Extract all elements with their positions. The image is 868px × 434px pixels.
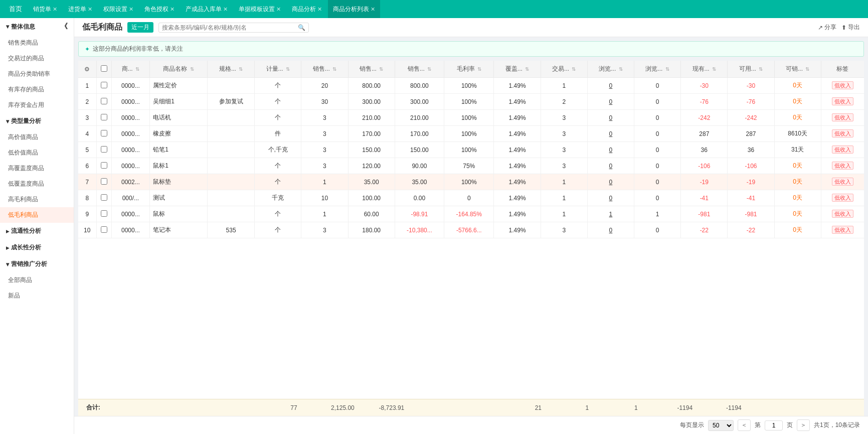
- nav-role-auth[interactable]: 角色授权 ✕: [139, 0, 180, 18]
- nav-close-icon[interactable]: ✕: [53, 6, 57, 13]
- next-page-button[interactable]: ＞: [797, 419, 810, 431]
- col-coverage[interactable]: 覆盖... ⇅: [494, 61, 541, 78]
- col-available-stock[interactable]: 可用... ⇅: [728, 61, 774, 78]
- cell-checkbox[interactable]: [96, 158, 111, 174]
- col-sellable-days[interactable]: 可销... ⇅: [774, 61, 821, 78]
- col-spec[interactable]: 规格... ⇅: [208, 61, 255, 78]
- row-checkbox[interactable]: [101, 178, 107, 185]
- table-wrapper[interactable]: ⚙ 商... ⇅ 商品名称 ⇅: [78, 61, 864, 399]
- row-checkbox[interactable]: [101, 130, 107, 136]
- sidebar-group-type-analysis[interactable]: ▾ 类型量分析: [0, 113, 74, 129]
- cell-checkbox[interactable]: [96, 142, 111, 158]
- sidebar-item-category-sales-rate[interactable]: 商品分类助销率: [0, 66, 74, 82]
- col-sales-amount[interactable]: 销售... ⇅: [395, 61, 444, 78]
- row-checkbox[interactable]: [101, 146, 107, 153]
- nav-home[interactable]: 首页: [4, 0, 27, 18]
- col-code[interactable]: 商... ⇅: [111, 61, 150, 78]
- cell-browse1[interactable]: 0: [587, 110, 634, 126]
- sidebar-group-liquidity[interactable]: ▸ 流通性分析: [0, 223, 74, 239]
- nav-template-settings[interactable]: 单据模板设置 ✕: [234, 0, 286, 18]
- nav-close-icon[interactable]: ✕: [317, 6, 322, 13]
- row-checkbox[interactable]: [101, 194, 107, 201]
- nav-permission-settings[interactable]: 权限设置 ✕: [98, 0, 138, 18]
- col-browse2[interactable]: 浏览... ⇅: [634, 61, 681, 78]
- search-input[interactable]: [162, 24, 298, 31]
- cell-browse1[interactable]: 1: [587, 206, 634, 222]
- row-checkbox[interactable]: [101, 210, 107, 217]
- select-all-checkbox[interactable]: [101, 65, 107, 72]
- nav-product-analysis[interactable]: 商品分析 ✕: [287, 0, 327, 18]
- cell-checkbox[interactable]: [96, 110, 111, 126]
- sidebar-item-sales-products[interactable]: 销售类商品: [0, 35, 74, 51]
- sidebar-item-high-coverage[interactable]: 高覆盖度商品: [0, 161, 74, 176]
- nav-close-icon[interactable]: ✕: [223, 6, 228, 13]
- export-button[interactable]: ⬆ 导出: [841, 23, 860, 32]
- cell-checkbox[interactable]: [96, 222, 111, 238]
- sidebar: ▾ 整体信息 《 销售类商品 交易过的商品 商品分类助销率 有库存的商品 库存资…: [0, 18, 74, 434]
- settings-icon[interactable]: ⚙: [84, 66, 90, 73]
- sidebar-item-traded-products[interactable]: 交易过的商品: [0, 51, 74, 66]
- sidebar-item-low-margin[interactable]: 低毛利商品: [0, 207, 74, 223]
- col-gross-margin[interactable]: 毛利率 ⇅: [444, 61, 494, 78]
- row-checkbox[interactable]: [101, 114, 107, 120]
- nav-product-inbound[interactable]: 产成品入库单 ✕: [181, 0, 233, 18]
- row-checkbox[interactable]: [101, 82, 107, 88]
- cell-browse1[interactable]: 0: [587, 174, 634, 190]
- cell-browse1[interactable]: 0: [587, 190, 634, 206]
- cell-browse1[interactable]: 0: [587, 94, 634, 110]
- cell-browse1[interactable]: 0: [587, 126, 634, 142]
- share-button[interactable]: ↗ 分享: [818, 23, 836, 32]
- sidebar-item-low-value[interactable]: 低价值商品: [0, 145, 74, 161]
- sidebar-group-growth[interactable]: ▸ 成长性分析: [0, 239, 74, 256]
- sidebar-collapse-btn[interactable]: 《: [61, 22, 68, 31]
- cell-browse1[interactable]: 0: [587, 222, 634, 238]
- cell-browse1[interactable]: 0: [587, 78, 634, 94]
- sidebar-item-stock-products[interactable]: 有库存的商品: [0, 82, 74, 97]
- row-checkbox[interactable]: [101, 226, 107, 233]
- nav-product-analysis-list[interactable]: 商品分析列表 ✕: [328, 0, 380, 18]
- sidebar-item-high-value[interactable]: 高价值商品: [0, 129, 74, 145]
- cell-checkbox[interactable]: [96, 190, 111, 206]
- col-settings[interactable]: ⚙: [78, 61, 96, 78]
- cell-checkbox[interactable]: [96, 78, 111, 94]
- search-icon[interactable]: 🔍: [298, 24, 305, 31]
- cell-coverage: 1.49%: [494, 110, 541, 126]
- sidebar-item-low-coverage[interactable]: 低覆盖度商品: [0, 176, 74, 192]
- nav-close-icon[interactable]: ✕: [170, 6, 175, 13]
- page-number-input[interactable]: [765, 420, 783, 430]
- page-size-select[interactable]: 50 100 200: [708, 420, 734, 431]
- cell-checkbox[interactable]: [96, 94, 111, 110]
- prev-page-button[interactable]: ＜: [738, 419, 751, 431]
- nav-close-icon[interactable]: ✕: [276, 6, 281, 13]
- time-filter-button[interactable]: 近一月: [127, 22, 153, 33]
- col-trade-count[interactable]: 交易... ⇅: [541, 61, 587, 78]
- cell-checkbox[interactable]: [96, 126, 111, 142]
- sidebar-item-all-products[interactable]: 全部商品: [0, 272, 74, 288]
- col-name[interactable]: 商品名称 ⇅: [150, 61, 208, 78]
- cell-checkbox[interactable]: [96, 206, 111, 222]
- cell-browse1[interactable]: 0: [587, 158, 634, 174]
- sidebar-item-stock-capital[interactable]: 库存资金占用: [0, 97, 74, 113]
- nav-purchase-order[interactable]: 进货单 ✕: [63, 0, 97, 18]
- nav-close-icon[interactable]: ✕: [371, 6, 375, 13]
- sidebar-group-overall[interactable]: ▾ 整体信息 《: [0, 18, 74, 35]
- row-checkbox[interactable]: [101, 98, 107, 104]
- sidebar-item-high-margin[interactable]: 高毛利商品: [0, 192, 74, 207]
- sidebar-group-marketing[interactable]: ▾ 营销推广分析: [0, 256, 74, 272]
- sidebar-item-new-products[interactable]: 新品: [0, 288, 74, 304]
- col-sales-qty[interactable]: 销售... ⇅: [301, 61, 348, 78]
- row-checkbox[interactable]: [101, 162, 107, 169]
- nav-close-icon[interactable]: ✕: [88, 6, 92, 13]
- nav-close-icon[interactable]: ✕: [129, 6, 133, 13]
- col-tag[interactable]: 标签: [821, 61, 864, 78]
- col-sales-price[interactable]: 销售... ⇅: [348, 61, 395, 78]
- col-unit[interactable]: 计量... ⇅: [255, 61, 301, 78]
- cell-browse1[interactable]: 0: [587, 142, 634, 158]
- cell-trade-count: 3: [541, 126, 587, 142]
- sort-icon: ⇅: [286, 66, 290, 72]
- col-checkbox[interactable]: [96, 61, 111, 78]
- nav-sales-order[interactable]: 销货单 ✕: [28, 0, 62, 18]
- col-current-stock[interactable]: 现有... ⇅: [681, 61, 728, 78]
- cell-checkbox[interactable]: [96, 174, 111, 190]
- col-browse1[interactable]: 浏览... ⇅: [587, 61, 634, 78]
